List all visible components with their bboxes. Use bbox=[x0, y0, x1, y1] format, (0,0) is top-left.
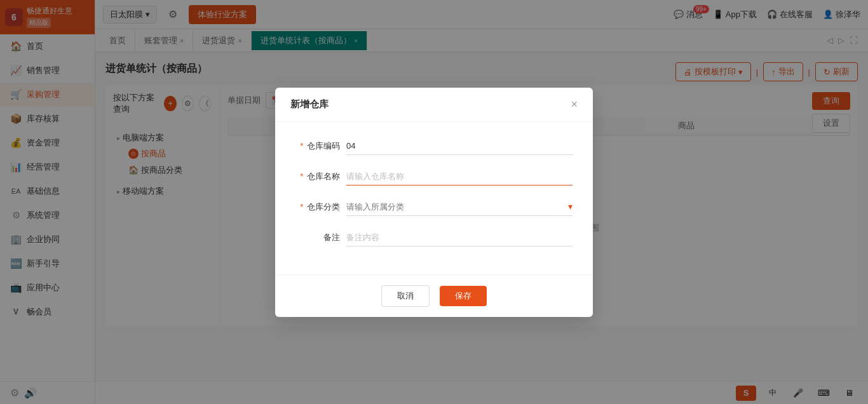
code-label: * 仓库编码 bbox=[295, 140, 346, 152]
modal-footer: 取消 保存 bbox=[275, 274, 593, 317]
category-select-wrap: ▾ bbox=[346, 198, 573, 216]
modal-close-button[interactable]: × bbox=[571, 98, 578, 111]
category-chevron-icon: ▾ bbox=[568, 201, 573, 212]
note-label: 备注 bbox=[295, 232, 346, 243]
modal-overlay: 新增仓库 × * 仓库编码 * 仓库名称 bbox=[0, 0, 868, 404]
category-select-input[interactable] bbox=[346, 198, 568, 215]
note-input[interactable] bbox=[346, 229, 573, 246]
form-row-category: * 仓库分类 ▾ bbox=[295, 198, 573, 216]
form-row-note: 备注 bbox=[295, 229, 573, 246]
modal-header: 新增仓库 × bbox=[275, 88, 593, 122]
modal-body: * 仓库编码 * 仓库名称 * 仓库分类 bbox=[275, 122, 593, 274]
form-row-code: * 仓库编码 bbox=[295, 137, 573, 155]
category-label: * 仓库分类 bbox=[295, 201, 346, 213]
form-row-name: * 仓库名称 bbox=[295, 168, 573, 185]
name-label: * 仓库名称 bbox=[295, 171, 346, 182]
cancel-button[interactable]: 取消 bbox=[381, 285, 430, 307]
add-warehouse-modal: 新增仓库 × * 仓库编码 * 仓库名称 bbox=[275, 88, 593, 317]
modal-title: 新增仓库 bbox=[290, 98, 329, 111]
code-input[interactable] bbox=[346, 137, 573, 155]
name-input[interactable] bbox=[346, 168, 573, 185]
save-button[interactable]: 保存 bbox=[440, 286, 487, 306]
